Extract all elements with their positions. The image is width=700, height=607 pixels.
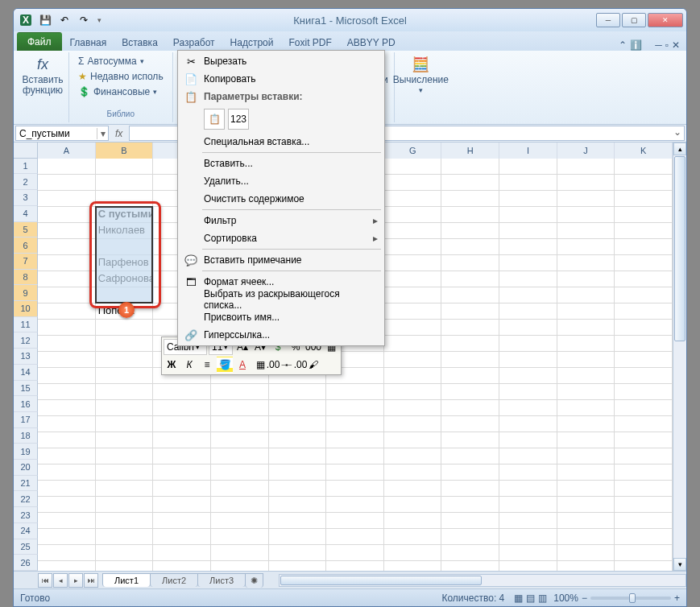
cell-B4[interactable]: С пустыми	[96, 207, 154, 223]
maximize-button[interactable]: ▢	[622, 13, 646, 27]
cell-C23[interactable]	[153, 513, 211, 529]
cell-B17[interactable]	[96, 416, 154, 432]
cell-K19[interactable]	[615, 448, 673, 465]
cell-B11[interactable]	[96, 320, 154, 336]
cell-E25[interactable]	[269, 545, 327, 561]
cell-G26[interactable]	[384, 561, 442, 571]
cell-B10[interactable]: Попова	[96, 304, 154, 320]
paste-all-icon[interactable]: 📋	[204, 109, 225, 130]
ctx-hyperlink[interactable]: 🔗Гиперссылка...	[180, 326, 383, 344]
cell-F20[interactable]	[326, 465, 384, 481]
cell-F22[interactable]	[326, 497, 384, 513]
cell-G25[interactable]	[384, 545, 442, 561]
cell-H8[interactable]	[441, 271, 499, 287]
cell-K23[interactable]	[615, 513, 673, 529]
autosum-button[interactable]: ΣАвтосумма▾	[74, 54, 168, 68]
tab-addins[interactable]: Надстрой	[223, 33, 281, 51]
cell-K13[interactable]	[615, 352, 673, 368]
cell-I26[interactable]	[499, 561, 557, 571]
cell-B15[interactable]	[96, 384, 154, 400]
cell-H7[interactable]	[441, 255, 499, 271]
cell-J7[interactable]	[557, 255, 615, 271]
cell-H24[interactable]	[441, 529, 499, 545]
scroll-thumb[interactable]	[674, 156, 686, 341]
horizontal-scrollbar[interactable]	[279, 574, 686, 587]
decrease-decimal-icon[interactable]: ←.00	[288, 357, 304, 373]
ctx-name-range[interactable]: Присвоить имя...	[180, 308, 383, 326]
scroll-up-icon[interactable]: ▴	[673, 142, 686, 155]
cell-I14[interactable]	[499, 368, 557, 384]
row-header-14[interactable]: 14	[14, 365, 38, 381]
col-header-K[interactable]: K	[615, 142, 673, 159]
cell-I23[interactable]	[499, 513, 557, 529]
zoom-in-icon[interactable]: +	[674, 593, 680, 604]
cell-K15[interactable]	[615, 384, 673, 400]
row-header-4[interactable]: 4	[14, 206, 38, 222]
cell-A14[interactable]	[38, 368, 96, 384]
cell-E16[interactable]	[269, 400, 327, 416]
cell-A8[interactable]	[38, 271, 96, 287]
cell-G16[interactable]	[384, 400, 442, 416]
row-header-25[interactable]: 25	[14, 539, 38, 555]
expand-formula-bar-icon[interactable]: ⌄	[671, 126, 684, 138]
ctx-pick-from-dropdown[interactable]: Выбрать из раскрывающегося списка...	[180, 291, 383, 308]
cell-D19[interactable]	[211, 448, 269, 465]
cell-D18[interactable]	[211, 432, 269, 448]
cell-A20[interactable]	[38, 465, 96, 481]
cell-I4[interactable]	[499, 207, 557, 223]
cell-A25[interactable]	[38, 545, 96, 561]
view-layout-icon[interactable]: ▤	[526, 593, 535, 604]
ctx-cut[interactable]: ✂Вырезать	[180, 52, 383, 70]
cell-E23[interactable]	[269, 513, 327, 529]
first-sheet-icon[interactable]: ⏮	[38, 573, 52, 588]
cell-K16[interactable]	[615, 400, 673, 416]
cell-B16[interactable]	[96, 400, 154, 416]
cell-H11[interactable]	[441, 320, 499, 336]
cell-G9[interactable]	[384, 287, 442, 304]
cell-J24[interactable]	[557, 529, 615, 545]
cell-G20[interactable]	[384, 465, 442, 481]
cell-D20[interactable]	[211, 465, 269, 481]
undo-icon[interactable]: ↶	[56, 12, 73, 28]
cell-K22[interactable]	[615, 497, 673, 513]
cell-F18[interactable]	[326, 432, 384, 448]
cell-G11[interactable]	[384, 320, 442, 336]
cell-D15[interactable]	[211, 384, 269, 400]
cell-B3[interactable]	[96, 191, 154, 207]
col-header-J[interactable]: J	[557, 142, 615, 159]
cell-D23[interactable]	[211, 513, 269, 529]
col-header-B[interactable]: B	[96, 142, 154, 159]
vertical-scrollbar[interactable]: ▴ ▾	[673, 142, 686, 571]
cell-K18[interactable]	[615, 432, 673, 448]
cell-B13[interactable]	[96, 352, 154, 368]
cell-G2[interactable]	[384, 175, 442, 191]
scroll-down-icon[interactable]: ▾	[673, 558, 686, 571]
cell-K12[interactable]	[615, 336, 673, 352]
cell-J19[interactable]	[557, 448, 615, 465]
cell-A3[interactable]	[38, 191, 96, 207]
cell-H23[interactable]	[441, 513, 499, 529]
cell-A11[interactable]	[38, 320, 96, 336]
align-center-icon[interactable]: ≡	[199, 357, 215, 373]
redo-icon[interactable]: ↷	[75, 12, 93, 28]
save-icon[interactable]: 💾	[36, 12, 54, 28]
tab-abbyy[interactable]: ABBYY PD	[340, 33, 403, 51]
cell-G1[interactable]	[384, 159, 442, 175]
ctx-paste-special[interactable]: Специальная вставка...	[180, 133, 383, 151]
fx-label[interactable]: fx	[110, 128, 127, 139]
cell-F17[interactable]	[326, 416, 384, 432]
cell-K20[interactable]	[615, 465, 673, 481]
prev-sheet-icon[interactable]: ◂	[53, 573, 68, 588]
cell-G19[interactable]	[384, 448, 442, 465]
view-pagebreak-icon[interactable]: ▥	[538, 593, 547, 604]
col-header-A[interactable]: A	[38, 142, 96, 159]
cell-B21[interactable]	[96, 481, 154, 497]
cell-H12[interactable]	[441, 336, 499, 352]
minimize-ribbon-icon[interactable]: ⌃	[619, 39, 627, 51]
cell-J3[interactable]	[557, 191, 615, 207]
cell-K21[interactable]	[615, 481, 673, 497]
new-sheet-tab[interactable]: ✺	[245, 573, 263, 588]
cell-B1[interactable]	[96, 159, 154, 175]
cell-I5[interactable]	[499, 223, 557, 239]
cell-I21[interactable]	[499, 481, 557, 497]
